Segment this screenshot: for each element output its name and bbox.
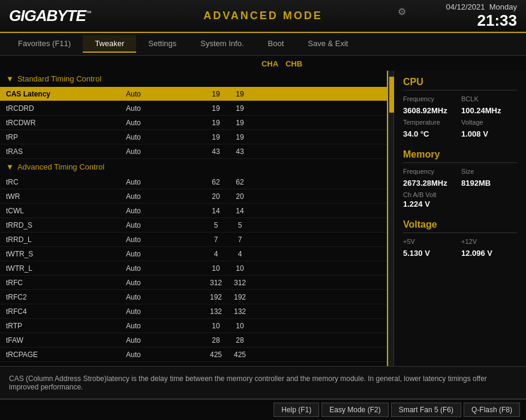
row-trfc4[interactable]: tRFC4 Auto 132 132 bbox=[0, 304, 387, 319]
mem-chvolt-value: 1.224 V bbox=[403, 200, 517, 209]
help-button[interactable]: Help (F1) bbox=[273, 403, 319, 417]
row-tras[interactable]: tRAS Auto 43 43 bbox=[0, 144, 387, 159]
section-standard: ▼ Standard Timing Control bbox=[0, 71, 387, 87]
row-tfaw[interactable]: tFAW Auto 28 28 bbox=[0, 333, 387, 348]
cpu-title: CPU bbox=[403, 77, 517, 90]
mem-size-label: Size bbox=[461, 168, 517, 175]
arrow-icon: ▼ bbox=[6, 74, 14, 83]
tab-boot[interactable]: Boot bbox=[256, 35, 296, 53]
cpu-bclk-label: BCLK bbox=[461, 95, 517, 102]
scrollbar[interactable] bbox=[388, 71, 394, 366]
voltage-title: Voltage bbox=[403, 219, 517, 233]
tab-favorites[interactable]: Favorites (F11) bbox=[6, 35, 83, 53]
row-trc[interactable]: tRC Auto 62 62 bbox=[0, 175, 387, 189]
row-trdwr[interactable]: tRDWR Auto 10 11 bbox=[0, 362, 387, 366]
right-panel: CPU Frequency BCLK 3608.92MHz 100.24MHz … bbox=[394, 71, 526, 366]
description-text: CAS (Column Address Strobe)latency is th… bbox=[9, 374, 517, 391]
row-trcdrd[interactable]: tRCDRD Auto 19 19 bbox=[0, 101, 387, 116]
memory-title: Memory bbox=[403, 149, 517, 163]
row-trcdwr[interactable]: tRCDWR Auto 19 19 bbox=[0, 116, 387, 130]
v5-label: +5V bbox=[403, 238, 459, 245]
time-display: 21:33 bbox=[446, 11, 517, 30]
mode-title: ADVANCED MODE bbox=[203, 10, 323, 22]
easy-mode-button[interactable]: Easy Mode (F2) bbox=[321, 403, 388, 417]
memory-section: Memory Frequency Size 2673.28MHz 8192MB … bbox=[403, 149, 517, 209]
cpu-temp-label: Temperature bbox=[403, 119, 459, 126]
row-trtp[interactable]: tRTP Auto 10 10 bbox=[0, 319, 387, 333]
row-twtr-l[interactable]: tWTR_L Auto 10 10 bbox=[0, 261, 387, 276]
datetime: 04/12/2021 Monday 21:33 bbox=[446, 2, 517, 30]
nav-bar: Favorites (F11) Tweaker Settings System … bbox=[0, 33, 526, 56]
mem-freq-value: 2673.28MHz bbox=[403, 179, 459, 188]
header: GIGABYTE™ ADVANCED MODE ⚙ 04/12/2021 Mon… bbox=[0, 0, 526, 33]
row-trfc2[interactable]: tRFC2 Auto 192 192 bbox=[0, 290, 387, 304]
timing-panel: ▼ Standard Timing Control CAS Latency Au… bbox=[0, 71, 388, 366]
tab-settings[interactable]: Settings bbox=[136, 35, 188, 53]
date-day: 04/12/2021 Monday bbox=[446, 2, 517, 11]
row-twr[interactable]: tWR Auto 20 20 bbox=[0, 189, 387, 204]
cpu-section: CPU Frequency BCLK 3608.92MHz 100.24MHz … bbox=[403, 77, 517, 138]
row-trcpage[interactable]: tRCPAGE Auto 425 425 bbox=[0, 348, 387, 362]
mem-freq-label: Frequency bbox=[403, 168, 459, 175]
cpu-freq-value: 3608.92MHz bbox=[403, 106, 459, 115]
row-cas-latency[interactable]: CAS Latency Auto 19 19 bbox=[0, 87, 387, 101]
smart-fan-button[interactable]: Smart Fan 5 (F6) bbox=[391, 403, 461, 417]
cpu-freq-label: Frequency bbox=[403, 95, 459, 102]
row-trrd-s[interactable]: tRRD_S Auto 5 5 bbox=[0, 218, 387, 232]
cpu-volt-value: 1.008 V bbox=[461, 129, 517, 138]
tab-save-exit[interactable]: Save & Exit bbox=[296, 35, 360, 53]
cpu-temp-value: 34.0 °C bbox=[403, 129, 459, 138]
column-headers: CHA CHB bbox=[0, 56, 526, 71]
row-tcwl[interactable]: tCWL Auto 14 14 bbox=[0, 204, 387, 218]
action-bar: Help (F1) Easy Mode (F2) Smart Fan 5 (F6… bbox=[0, 399, 526, 420]
qflash-button[interactable]: Q-Flash (F8) bbox=[464, 403, 520, 417]
section-advanced: ▼ Advanced Timing Control bbox=[0, 159, 387, 175]
voltage-section: Voltage +5V +12V 5.130 V 12.096 V bbox=[403, 219, 517, 258]
mem-size-value: 8192MB bbox=[461, 179, 517, 188]
mem-chvolt-label: Ch A/B Volt bbox=[403, 191, 517, 198]
v5-value: 5.130 V bbox=[403, 249, 459, 258]
row-trp[interactable]: tRP Auto 19 19 bbox=[0, 130, 387, 144]
v12-label: +12V bbox=[461, 238, 517, 245]
row-trfc[interactable]: tRFC Auto 312 312 bbox=[0, 276, 387, 290]
col-chb: CHB bbox=[282, 59, 306, 68]
scroll-thumb[interactable] bbox=[389, 77, 394, 113]
v12-value: 12.096 V bbox=[461, 249, 517, 258]
col-cha: CHA bbox=[258, 59, 282, 68]
arrow-icon-2: ▼ bbox=[6, 162, 14, 171]
cpu-bclk-value: 100.24MHz bbox=[461, 106, 517, 115]
cpu-volt-label: Voltage bbox=[461, 119, 517, 126]
settings-icon[interactable]: ⚙ bbox=[398, 6, 406, 17]
row-trrd-l[interactable]: tRRD_L Auto 7 7 bbox=[0, 232, 387, 247]
tab-system-info[interactable]: System Info. bbox=[188, 35, 256, 53]
tab-tweaker[interactable]: Tweaker bbox=[83, 35, 136, 53]
logo: GIGABYTE™ bbox=[9, 7, 91, 25]
description-bar: CAS (Column Address Strobe)latency is th… bbox=[0, 366, 526, 399]
row-twtr-s[interactable]: tWTR_S Auto 4 4 bbox=[0, 247, 387, 261]
